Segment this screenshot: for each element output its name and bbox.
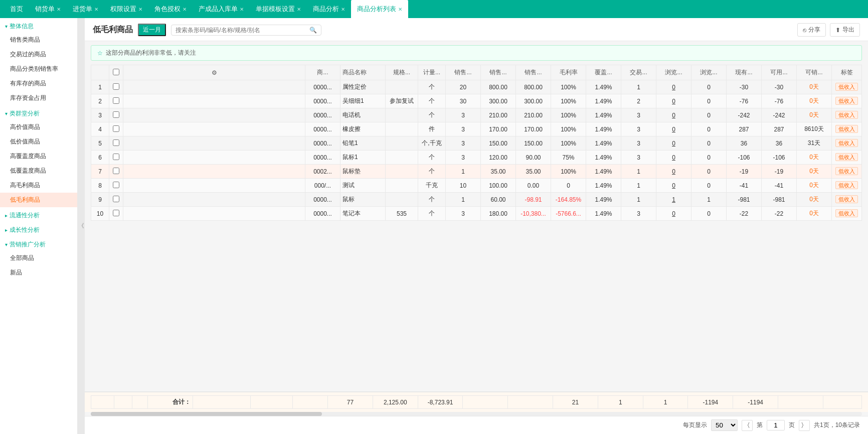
th-browse2[interactable]: 浏览... [691,65,727,80]
th-name[interactable]: 商品名称 [340,65,386,80]
th-cover-rate[interactable]: 覆盖... [586,65,621,80]
row-actions[interactable] [123,136,305,151]
browse1-link[interactable]: 0 [672,210,675,217]
row-checkbox[interactable] [113,210,119,216]
nav-sales[interactable]: 销货单✕ [29,0,67,18]
low-income-tag: 低收入 [835,97,858,105]
notice-star-icon: ☆ [97,50,103,57]
browse1-link[interactable]: 0 [672,98,675,105]
browse1-link[interactable]: 0 [672,154,675,161]
browse1-link[interactable]: 0 [672,140,675,147]
th-sales-qty[interactable]: 销售... [446,65,481,80]
row-checkbox[interactable] [113,196,119,202]
row-checkbox[interactable] [113,154,119,160]
sidebar-group-cluster[interactable]: ▾ 类群堂分析 [0,105,77,120]
row-actions[interactable] [123,108,305,122]
row-actions[interactable] [123,193,305,207]
per-page-select[interactable]: 50 20 100 [711,419,738,431]
th-browse1[interactable]: 浏览... [656,65,691,80]
th-sales-price[interactable]: 销售... [481,65,516,80]
page-input[interactable] [767,420,785,430]
nav-home[interactable]: 首页 [4,0,29,18]
nav-goods-analysis[interactable]: 商品分析✕ [307,0,351,18]
sidebar-group-growth[interactable]: ▸ 成长性分析 [0,222,77,236]
share-button[interactable]: ⎋ 分享 [797,23,826,37]
row-actions[interactable] [123,151,305,165]
sidebar-item-low-value[interactable]: 低价值商品 [0,134,77,149]
th-code[interactable]: 商... [305,65,340,80]
sidebar-group-marketing[interactable]: ▾ 营销推广分析 [0,236,77,251]
sidebar-item-new-goods[interactable]: 新品 [0,265,77,280]
th-gross-rate[interactable]: 毛利率 [551,65,586,80]
export-button[interactable]: ⬆ 导出 [830,23,860,37]
th-current[interactable]: 现有... [727,65,762,80]
nav-template[interactable]: 单据模板设置✕ [250,0,307,18]
sidebar-item-category-rate[interactable]: 商品分类别销售率 [0,62,77,76]
row-checkbox[interactable] [113,139,119,146]
nav-close-product-stock[interactable]: ✕ [240,7,244,12]
row-checkbox[interactable] [113,168,119,174]
row-sales-price: 170.00 [481,122,516,136]
th-sales-amount[interactable]: 销售... [516,65,551,80]
row-trade: 3 [621,108,656,122]
low-income-tag: 低收入 [835,181,858,189]
sidebar-group-flow[interactable]: ▸ 流通性分析 [0,207,77,222]
nav-close-sales[interactable]: ✕ [57,7,61,12]
date-filter-button[interactable]: 近一月 [138,24,166,36]
nav-close-purchase[interactable]: ✕ [94,7,98,12]
row-actions[interactable] [123,80,305,94]
nav-product-stock[interactable]: 产成品入库单✕ [193,0,250,18]
row-actions[interactable] [123,179,305,193]
row-checkbox[interactable] [113,125,119,132]
select-all-checkbox[interactable] [113,69,119,75]
sidebar-group-overall[interactable]: ▾ 整体信息 [0,18,77,33]
sidebar-item-low-margin[interactable]: 低毛利商品 [0,193,77,207]
row-actions[interactable] [123,207,305,221]
nav-close-template[interactable]: ✕ [297,7,301,12]
sidebar-item-high-margin[interactable]: 高毛利商品 [0,178,77,193]
sidebar-item-stock-capital[interactable]: 库存资金占用 [0,91,77,105]
nav-goods-analysis-list[interactable]: 商品分析列表✕ [351,0,408,18]
nav-permission[interactable]: 权限设置✕ [104,0,148,18]
row-checkbox[interactable] [113,83,119,90]
prev-page-button[interactable]: 〈 [742,420,753,431]
low-income-tag: 低收入 [835,153,858,161]
browse1-link[interactable]: 0 [672,182,675,189]
search-input[interactable] [176,27,307,34]
th-trade[interactable]: 交易... [621,65,656,80]
sidebar-item-all-goods[interactable]: 全部商品 [0,251,77,265]
th-settings[interactable]: ⚙ [123,65,305,80]
th-tag[interactable]: 标签 [832,65,862,80]
nav-role[interactable]: 角色授权✕ [148,0,193,18]
browse1-link[interactable]: 0 [672,84,675,91]
nav-close-permission[interactable]: ✕ [138,7,142,12]
row-trade: 3 [621,122,656,136]
browse1-link[interactable]: 0 [672,168,675,175]
th-sellable[interactable]: 可销... [797,65,832,80]
sidebar-item-high-value[interactable]: 高价值商品 [0,120,77,134]
row-checkbox[interactable] [113,97,119,104]
browse1-link[interactable]: 0 [672,112,675,119]
sidebar-item-low-coverage[interactable]: 低覆盖度商品 [0,164,77,178]
next-page-button[interactable]: 〉 [799,420,810,431]
sidebar-collapse-button[interactable]: 《 [78,18,85,434]
th-spec[interactable]: 规格... [386,65,418,80]
sidebar-item-traded-goods[interactable]: 交易过的商品 [0,47,77,62]
sidebar-item-sales-goods[interactable]: 销售类商品 [0,33,77,47]
browse1-link[interactable]: 0 [672,126,675,133]
row-actions[interactable] [123,94,305,108]
sidebar-item-stocked-goods[interactable]: 有库存的商品 [0,76,77,91]
sidebar-item-high-coverage[interactable]: 高覆盖度商品 [0,149,77,164]
row-actions[interactable] [123,122,305,136]
row-actions[interactable] [123,165,305,179]
nav-close-goods-analysis[interactable]: ✕ [341,7,345,12]
row-checkbox[interactable] [113,111,119,118]
nav-close-goods-analysis-list[interactable]: ✕ [398,7,402,12]
browse1-link[interactable]: 1 [672,196,675,203]
nav-purchase[interactable]: 进货单✕ [67,0,104,18]
nav-close-role[interactable]: ✕ [183,7,187,12]
th-available[interactable]: 可用... [762,65,797,80]
search-icon[interactable]: 🔍 [309,27,317,34]
th-unit[interactable]: 计量... [418,65,446,80]
row-checkbox[interactable] [113,182,119,188]
